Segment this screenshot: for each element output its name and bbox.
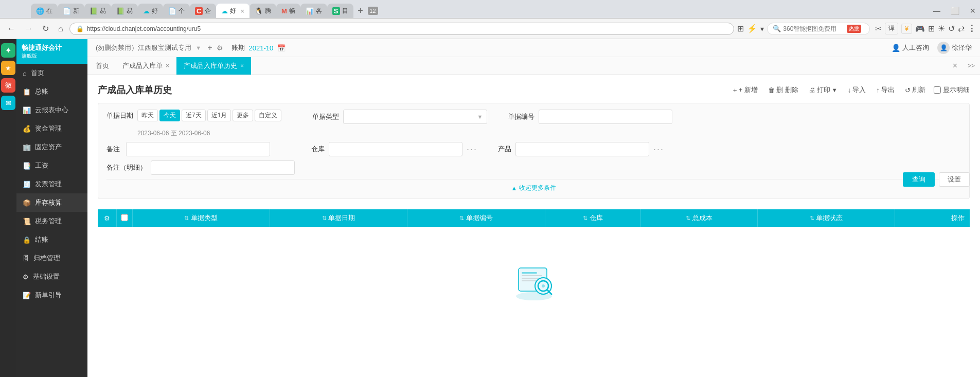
account-dropdown-icon[interactable]: ▼ [195, 45, 201, 51]
tab-3[interactable]: 📗 易 [84, 4, 111, 18]
app-icon-1[interactable]: ★ [1, 61, 15, 75]
sidebar-item-fixed[interactable]: 🏢 固定资产 [16, 138, 87, 156]
collapse-btn[interactable]: ▲ 收起更多条件 [511, 184, 557, 192]
refresh-page-btn[interactable]: ↺ 刷新 [901, 83, 930, 97]
maximize-btn[interactable]: ⬜ [947, 6, 964, 16]
query-btn[interactable]: 查询 [903, 172, 935, 187]
product-dots[interactable]: ··· [653, 144, 664, 155]
scissors-icon[interactable]: ✂ [875, 24, 882, 33]
date-more-btn[interactable]: 更多 [233, 110, 253, 121]
warehouse-dots[interactable]: ··· [467, 144, 477, 155]
chat-btn[interactable]: 👤 人工咨询 [892, 43, 929, 52]
type-select[interactable]: ▼ [343, 110, 487, 124]
grid-icon[interactable]: ⊞ [737, 24, 744, 33]
sidebar-item-archive[interactable]: 🗄 归档管理 [16, 249, 87, 267]
note-input[interactable] [126, 142, 270, 156]
sidebar-item-checkout[interactable]: 🔒 结账 [16, 230, 87, 249]
col-warehouse-header[interactable]: ⇅ 仓库 [545, 209, 640, 227]
date-custom-btn[interactable]: 自定义 [255, 110, 281, 121]
date-7days-btn[interactable]: 近7天 [182, 110, 206, 121]
calendar-icon[interactable]: 📅 [277, 44, 286, 52]
apps-icon[interactable]: ⊞ [928, 24, 935, 33]
tab-10[interactable]: M 畅 [276, 4, 300, 18]
page-tab-list[interactable]: 产成品入库单 × [115, 57, 176, 75]
lightning-icon[interactable]: ⚡ [747, 24, 757, 33]
col-cost-header[interactable]: ⇅ 总成本 [640, 209, 757, 227]
col-number-header[interactable]: ⇅ 单据编号 [407, 209, 545, 227]
import-btn[interactable]: ↓ 导入 [844, 83, 870, 97]
print-dropdown-icon[interactable]: ▼ [832, 87, 838, 93]
app-icon-2[interactable]: 微 [1, 78, 15, 93]
tab-8-close[interactable]: × [240, 7, 244, 15]
translate-icon[interactable]: 译 [885, 23, 898, 34]
close-all-btn[interactable]: × [948, 57, 963, 75]
sidebar-item-fund[interactable]: 💰 资金管理 [16, 119, 87, 138]
tab-5[interactable]: ☁ 好 [138, 4, 163, 18]
tab-4[interactable]: 📗 易 [111, 4, 138, 18]
export-btn[interactable]: ↑ 导出 [872, 83, 899, 97]
tab-8[interactable]: ☁ 好 × [216, 4, 250, 18]
tab-11[interactable]: 📊 各 [300, 4, 327, 18]
sidebar-item-newdoc[interactable]: 📝 新单引导 [16, 286, 87, 304]
sidebar-item-salary[interactable]: 📑 工资 [16, 156, 87, 175]
sync-icon[interactable]: ⇄ [958, 24, 965, 33]
chevron-down-icon[interactable]: ▾ [760, 25, 764, 33]
search-input[interactable] [783, 25, 845, 32]
print-btn[interactable]: 🖨 打印 ▼ [805, 83, 842, 97]
col-status-header[interactable]: ⇅ 单据状态 [757, 209, 895, 227]
sidebar-item-inventory[interactable]: 📦 库存核算 [16, 193, 87, 212]
tab-6[interactable]: 📄 个 [163, 4, 190, 18]
sidebar-item-report[interactable]: 📊 云报表中心 [16, 101, 87, 119]
sidebar-item-settings[interactable]: ⚙ 基础设置 [16, 267, 87, 286]
home-btn[interactable]: ⌂ [55, 23, 66, 34]
chanjet-icon[interactable]: ✦ [1, 43, 15, 58]
more-icon[interactable]: ⋮ [968, 24, 976, 33]
col-type-header[interactable]: ⇅ 单据类型 [132, 209, 270, 227]
warehouse-input[interactable] [329, 142, 462, 156]
yuan-icon[interactable]: ¥ [901, 24, 912, 34]
collapse-right-btn[interactable]: >> [963, 58, 980, 74]
tab-history-close[interactable]: × [240, 62, 244, 69]
refresh-btn[interactable]: ↻ [39, 23, 52, 34]
date-today-btn[interactable]: 今天 [159, 110, 180, 121]
number-input[interactable] [539, 110, 672, 124]
undo-icon[interactable]: ↺ [948, 24, 955, 33]
add-btn[interactable]: + + 新增 [729, 83, 762, 97]
app-icon-3[interactable]: ✉ [1, 96, 15, 110]
close-btn[interactable]: ✕ [966, 6, 980, 16]
sidebar-item-ledger[interactable]: 📋 总账 [16, 82, 87, 101]
tab-9[interactable]: 🐧 腾 [250, 4, 276, 18]
note-detail-input[interactable] [151, 160, 295, 175]
tab-1[interactable]: 🌐 在 [31, 4, 58, 18]
minimize-btn[interactable]: — [929, 6, 945, 16]
sidebar-item-invoice[interactable]: 🧾 发票管理 [16, 175, 87, 193]
add-account-btn[interactable]: + [207, 43, 212, 52]
tab-12[interactable]: S 目 [327, 4, 353, 18]
date-yesterday-btn[interactable]: 昨天 [137, 110, 158, 121]
set-btn[interactable]: 设置 [939, 172, 970, 187]
breadcrumb-home[interactable]: 首页 [90, 57, 115, 75]
tab-7[interactable]: C 企 [190, 4, 216, 18]
sidebar-item-tax[interactable]: 📜 税务管理 [16, 212, 87, 230]
game-icon[interactable]: 🎮 [915, 24, 925, 33]
sidebar-item-home[interactable]: ⌂ 首页 [16, 64, 87, 82]
new-tab-btn[interactable]: + [353, 4, 368, 18]
delete-btn[interactable]: 🗑 删 删除 [764, 83, 803, 97]
date-month-btn[interactable]: 近1月 [207, 110, 231, 121]
settings-icon[interactable]: ⚙ [217, 44, 223, 52]
forward-btn[interactable]: → [22, 23, 36, 34]
period-value[interactable]: 2021-10 [249, 44, 274, 52]
product-input[interactable] [515, 142, 649, 156]
tab-2[interactable]: 📄 新 [58, 4, 84, 18]
select-all-checkbox[interactable] [121, 214, 128, 221]
tab-list-close[interactable]: × [166, 62, 169, 69]
show-detail-checkbox[interactable] [934, 86, 941, 94]
col-date-header[interactable]: ⇅ 单据日期 [270, 209, 407, 227]
back-btn[interactable]: ← [4, 23, 19, 34]
user-info[interactable]: 👤 徐泽华 [937, 42, 972, 54]
col-checkbox-header[interactable] [116, 209, 132, 227]
address-bar[interactable]: 🔒 https://cloud.chanjet.com/accounting/u… [69, 23, 735, 35]
page-tab-history[interactable]: 产成品入库单历史 × [176, 57, 251, 75]
theme-icon[interactable]: ☀ [938, 24, 945, 33]
col-gear-header[interactable]: ⚙ [98, 209, 116, 227]
